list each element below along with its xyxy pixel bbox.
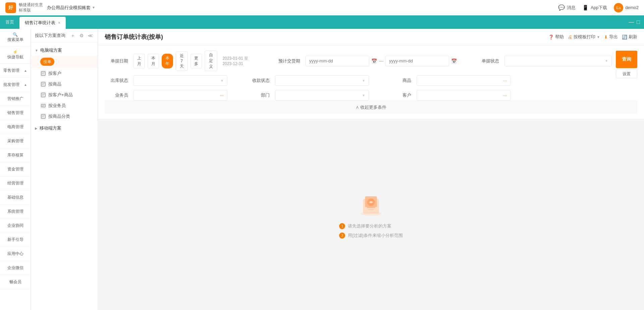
print-icon: 🖨: [568, 35, 572, 40]
empty-tip-1: 1 请先选择要分析的方案: [339, 223, 402, 229]
scheme-goods-icon: [40, 81, 46, 87]
wholesale-arrow-icon: ▲: [24, 83, 27, 87]
app-download-button[interactable]: 📱 App下载: [582, 5, 607, 11]
calendar-start-icon[interactable]: 📅: [371, 58, 377, 64]
tree-child-by-category[interactable]: 按商品分类: [31, 111, 98, 122]
scheme-category-icon: [40, 113, 46, 119]
sidebar-item-basic-info[interactable]: 基础信息: [0, 191, 31, 205]
date-btn-custom[interactable]: 自定义: [205, 51, 217, 71]
sidebar-item-wholesale[interactable]: 批发管理 ▲: [0, 78, 31, 92]
tab-maximize-icon[interactable]: □: [637, 19, 640, 25]
tree-child-by-order[interactable]: 按单: [31, 55, 98, 68]
message-icon: 💬: [558, 4, 565, 11]
date-btn-this-year[interactable]: 本年: [162, 54, 173, 68]
svg-rect-12: [41, 114, 45, 118]
tab-home[interactable]: 首页: [0, 15, 19, 29]
status-select[interactable]: ▼: [504, 56, 612, 66]
svg-rect-9: [41, 104, 45, 107]
settings-scheme-button[interactable]: ⚙: [78, 32, 85, 39]
download-icon: 📱: [582, 5, 589, 11]
tree-child-by-customer-goods[interactable]: 按客户+商品: [31, 90, 98, 100]
sidebar-item-marketing[interactable]: 营销推广: [0, 92, 31, 106]
content-area: 按以下方案查询 + ⚙ ≪ ▼ 电脑端方案 按单: [31, 29, 644, 310]
export-button[interactable]: ⬇ 导出: [604, 34, 618, 40]
print-dropdown-icon[interactable]: ▼: [597, 35, 600, 39]
sidebar-item-operations[interactable]: 经营管理: [0, 176, 31, 191]
tree-child-by-goods[interactable]: 按商品: [31, 79, 98, 90]
collapse-panel-button[interactable]: ≪: [87, 32, 94, 39]
payment-dropdown-icon: ▼: [362, 79, 365, 83]
empty-state: 1 请先选择要分析的方案 2 用[过滤]条件来缩小分析范围: [98, 119, 644, 310]
sidebar-item-wechat[interactable]: 企业微信: [0, 261, 31, 275]
sidebar-item-member[interactable]: 畅会员: [0, 275, 31, 289]
tab-close-icon[interactable]: ×: [58, 20, 60, 25]
empty-illustration: [354, 191, 388, 218]
export-icon: ⬇: [604, 35, 608, 40]
tab-bar-actions: — □: [629, 19, 644, 25]
empty-tip-2: 2 用[过滤]条件来缩小分析范围: [339, 232, 402, 239]
sidebar-item-newbie[interactable]: 新手引导: [0, 233, 31, 247]
customer-select[interactable]: ···: [417, 90, 511, 101]
department-select[interactable]: ▼: [275, 90, 369, 101]
left-panel: 按以下方案查询 + ⚙ ≪ ▼ 电脑端方案 按单: [31, 29, 98, 310]
tree-mobile-section[interactable]: ▶ 移动端方案: [31, 123, 98, 133]
date-btn-this-month[interactable]: 本月: [148, 54, 159, 68]
customer-more-icon[interactable]: ···: [503, 93, 507, 98]
filter-main: 单据日期 上月 本月 本年 近7天 更多 自定义 2023-01-01 至 20…: [105, 51, 637, 101]
tab-active[interactable]: 销售订单统计表 ×: [19, 17, 66, 29]
left-panel-title: 按以下方案查询: [35, 33, 65, 39]
payment-status-select[interactable]: ▼: [275, 75, 369, 86]
goods-select[interactable]: ···: [417, 75, 511, 86]
active-scheme-badge: 按单: [40, 58, 54, 66]
sidebar-item-system[interactable]: 系统管理: [0, 205, 31, 219]
template-print-button[interactable]: 🖨 按模板打印 ▼: [568, 34, 600, 40]
tree-pc-section[interactable]: ▼ 电脑端方案: [31, 45, 98, 55]
help-icon: ❓: [548, 35, 554, 40]
sidebar-item-app-center[interactable]: 应用中心: [0, 247, 31, 261]
breadcrumb-arrow-icon: ▼: [92, 6, 95, 9]
sidebar-item-ecommerce[interactable]: 电商管理: [0, 120, 31, 134]
sidebar-item-retail[interactable]: 零售管理 ▲: [0, 64, 31, 78]
sidebar-item-sales[interactable]: 销售管理: [0, 106, 31, 120]
page-header: 销售订单统计表(按单) ❓ 帮助 🖨 按模板打印 ▼ ⬇: [98, 29, 644, 45]
svg-rect-19: [367, 207, 375, 208]
settings-button[interactable]: 设置: [616, 69, 637, 78]
collapse-bar[interactable]: ∧ 收起更多条件: [105, 101, 637, 114]
salesperson-select[interactable]: ···: [133, 90, 227, 101]
tree-child-by-salesperson[interactable]: 按业务员: [31, 100, 98, 111]
logo-area: 好 畅捷通好生意 标准版: [5, 2, 43, 13]
query-button[interactable]: 查询: [616, 51, 637, 68]
calendar-end-icon[interactable]: 📅: [451, 58, 457, 64]
sidebar: 🔍 搜索菜单 ⚡ 快捷导航 零售管理 ▲ 批发管理 ▲ 营销推广 销售管理 电商…: [0, 29, 31, 310]
search-icon: 🔍: [13, 32, 18, 37]
scheme-salesperson-icon: [40, 103, 46, 109]
date-btn-last-month[interactable]: 上月: [133, 54, 145, 68]
expected-date-end-input[interactable]: [385, 56, 449, 66]
date-btn-7days[interactable]: 近7天: [176, 51, 188, 71]
help-button[interactable]: ❓ 帮助: [548, 34, 564, 40]
expected-date-label: 预计交货期: [277, 58, 300, 64]
add-scheme-button[interactable]: +: [69, 32, 76, 39]
sidebar-shortcut[interactable]: ⚡ 快捷导航: [0, 46, 31, 64]
department-dropdown-icon: ▼: [362, 94, 365, 97]
sidebar-search[interactable]: 🔍 搜索菜单: [0, 29, 31, 46]
tree-child-by-customer[interactable]: 按客户: [31, 68, 98, 79]
tab-minimize-icon[interactable]: —: [629, 19, 634, 25]
sidebar-item-finance[interactable]: 资金管理: [0, 162, 31, 176]
breadcrumb[interactable]: 办公用品行业模拟账套 ▼: [47, 5, 95, 11]
sidebar-item-purchase[interactable]: 采购管理: [0, 134, 31, 148]
sidebar-item-enterprise[interactable]: 企业协同: [0, 219, 31, 233]
date-dash: —: [379, 58, 383, 63]
delivery-status-select[interactable]: ▼: [133, 75, 227, 86]
expected-date-start-input[interactable]: [306, 56, 369, 66]
salesperson-more-icon[interactable]: ···: [220, 93, 224, 98]
date-button-group: 上月 本月 本年 近7天 更多 自定义: [133, 51, 217, 71]
user-menu[interactable]: Ea demo2: [614, 3, 639, 12]
refresh-button[interactable]: 🔄 刷新: [622, 34, 637, 40]
date-btn-more[interactable]: 更多: [191, 54, 202, 68]
top-bar: 好 畅捷通好生意 标准版 办公用品行业模拟账套 ▼ 💬 消息 📱 App下载 E…: [0, 0, 644, 15]
main-area: 🔍 搜索菜单 ⚡ 快捷导航 零售管理 ▲ 批发管理 ▲ 营销推广 销售管理 电商…: [0, 29, 644, 310]
message-button[interactable]: 💬 消息: [558, 4, 576, 11]
goods-more-icon[interactable]: ···: [503, 78, 507, 83]
sidebar-item-inventory[interactable]: 库存核算: [0, 148, 31, 162]
